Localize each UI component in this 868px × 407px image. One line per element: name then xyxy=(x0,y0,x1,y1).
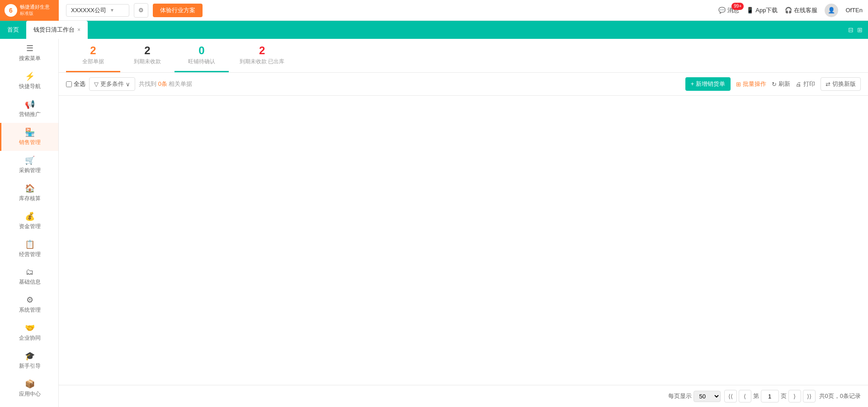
logo-text-group: 畅捷通好生意 标准版 xyxy=(20,4,50,16)
page-number-input[interactable] xyxy=(761,390,779,402)
batch-operation-button[interactable]: ⊞ 批量操作 xyxy=(736,80,766,88)
sidebar-item-base[interactable]: 🗂 基础信息 xyxy=(0,263,58,290)
industry-btn[interactable]: 体验行业方案 xyxy=(153,4,203,17)
sidebar-newguide-label: 新手引导 xyxy=(19,362,41,370)
sidebar-quicknav-label: 快捷导航 xyxy=(19,83,41,90)
print-button[interactable]: 🖨 打印 xyxy=(796,80,815,88)
tab-home-label: 首页 xyxy=(7,26,19,34)
company-selector[interactable]: XXXXXX公司 ▼ xyxy=(66,4,129,17)
message-icon: 💬 xyxy=(718,7,726,14)
sidebar-item-quicknav[interactable]: ⚡ 快捷导航 xyxy=(0,67,58,95)
found-text: 共找到 0条 相关单据 xyxy=(139,80,192,88)
logo-name: 畅捷通好生意 xyxy=(20,4,50,10)
sidebar-purchase-label: 采购管理 xyxy=(19,167,41,174)
sidebar-enterprise-label: 企业协同 xyxy=(19,334,41,342)
toolbar: 全选 ▽ 更多条件 ∨ 共找到 0条 相关单据 + 新增销货单 ⊞ 批量操作 xyxy=(59,73,868,96)
logo-sub: 标准版 xyxy=(20,10,50,17)
sidebar-item-system[interactable]: ⚙ 系统管理 xyxy=(0,290,58,318)
tab-qianhuo-label: 钱货日清工作台 xyxy=(33,26,75,34)
stats-tab-wangpu[interactable]: 0 旺铺待确认 xyxy=(175,39,229,72)
stats-wangpu-label: 旺铺待确认 xyxy=(188,58,215,65)
found-suffix: 相关单据 xyxy=(169,80,192,87)
avatar[interactable]: 👤 xyxy=(825,4,838,17)
toolbar-right: + 新增销货单 ⊞ 批量操作 ↻ 刷新 🖨 打印 ⇄ xyxy=(685,77,861,91)
tab-minimize-icon[interactable]: ⊟ xyxy=(848,26,854,33)
sidebar-item-marketing[interactable]: 📢 营销推广 xyxy=(0,95,58,123)
purchase-icon: 🛒 xyxy=(25,155,35,165)
message-badge: 99+ xyxy=(731,3,744,10)
page-suffix: 页 xyxy=(781,392,787,400)
content-area: 2 全部单据 2 到期未收款 0 旺铺待确认 2 到期未收款 已出库 xyxy=(59,39,868,407)
page-label: 第 xyxy=(753,392,759,400)
prev-page-button[interactable]: ⟨ xyxy=(739,390,751,402)
print-icon: 🖨 xyxy=(796,81,802,88)
sales-icon: 🏪 xyxy=(25,127,35,137)
refresh-icon: ↻ xyxy=(772,81,777,88)
sidebar-item-wechat[interactable]: 💬 企业微信 xyxy=(0,402,58,407)
new-sale-order-button[interactable]: + 新增销货单 xyxy=(685,77,731,91)
newguide-icon: 🎓 xyxy=(25,351,35,361)
first-page-button[interactable]: ⟨⟨ xyxy=(724,390,737,402)
sidebar-item-sales[interactable]: 🏪 销售管理 xyxy=(0,123,58,151)
tab-close-icon[interactable]: × xyxy=(77,27,80,33)
print-label: 打印 xyxy=(803,80,815,88)
sidebar-item-operations[interactable]: 📋 经营管理 xyxy=(0,235,58,263)
top-header: 6 畅捷通好生意 标准版 XXXXXX公司 ▼ ⚙ 体验行业方案 💬 消息 99… xyxy=(0,0,868,21)
tab-home[interactable]: 首页 xyxy=(0,21,26,39)
sidebar-item-enterprise[interactable]: 🤝 企业协同 xyxy=(0,318,58,346)
online-service-action[interactable]: 🎧 在线客服 xyxy=(785,6,817,14)
batch-label: 批量操作 xyxy=(743,80,766,88)
next-page-button[interactable]: ⟩ xyxy=(788,390,801,402)
company-name: XXXXXX公司 xyxy=(71,6,106,14)
select-all-input[interactable] xyxy=(66,81,72,87)
stats-tab-overdue-out[interactable]: 2 到期未收款 已出库 xyxy=(229,39,295,72)
sidebar-item-finance[interactable]: 💰 资金管理 xyxy=(0,207,58,235)
main-content: ☰ 搜索菜单 ⚡ 快捷导航 📢 营销推广 🏪 销售管理 🛒 采购管理 🏠 库存核… xyxy=(0,39,868,407)
stats-tab-overdue[interactable]: 2 到期未收款 xyxy=(120,39,175,72)
sidebar-inventory-label: 库存核算 xyxy=(19,195,41,202)
page-nav: ⟨⟨ ⟨ 第 页 ⟩ ⟩⟩ xyxy=(724,390,816,402)
sidebar-item-newguide[interactable]: 🎓 新手引导 xyxy=(0,346,58,374)
quicknav-icon: ⚡ xyxy=(25,71,35,81)
select-all-checkbox[interactable]: 全选 xyxy=(66,80,85,88)
base-icon: 🗂 xyxy=(26,267,34,277)
sidebar: ☰ 搜索菜单 ⚡ 快捷导航 📢 营销推广 🏪 销售管理 🛒 采购管理 🏠 库存核… xyxy=(0,39,59,407)
online-service-label: 在线客服 xyxy=(794,6,817,14)
app-download-action[interactable]: 📱 App下载 xyxy=(746,6,778,14)
marketing-icon: 📢 xyxy=(25,99,35,109)
sidebar-appcenter-label: 应用中心 xyxy=(19,390,41,398)
inventory-icon: 🏠 xyxy=(25,183,35,193)
pagination: 每页显示 50 100 200 ⟨⟨ ⟨ 第 页 ⟩ ⟩⟩ 共0页，0条 xyxy=(59,385,868,407)
refresh-button[interactable]: ↻ 刷新 xyxy=(772,80,790,88)
logo-icon: 6 xyxy=(5,4,17,17)
settings-button[interactable]: ⚙ xyxy=(134,3,148,18)
batch-icon: ⊞ xyxy=(736,81,741,88)
refresh-label: 刷新 xyxy=(778,80,790,88)
stats-tab-all[interactable]: 2 全部单据 xyxy=(66,39,120,72)
stats-wangpu-number: 0 xyxy=(198,44,204,57)
sidebar-item-inventory[interactable]: 🏠 库存核算 xyxy=(0,179,58,207)
system-icon: ⚙ xyxy=(26,295,33,305)
avatar-icon: 👤 xyxy=(828,7,835,14)
filter-icon: ▽ xyxy=(94,81,99,88)
tab-maximize-icon[interactable]: ⊞ xyxy=(857,26,863,33)
sidebar-finance-label: 资金管理 xyxy=(19,223,41,230)
page-total: 共0页，0条记录 xyxy=(819,392,861,400)
sidebar-item-appcenter[interactable]: 📦 应用中心 xyxy=(0,374,58,402)
enterprise-icon: 🤝 xyxy=(25,323,35,333)
last-page-button[interactable]: ⟩⟩ xyxy=(803,390,816,402)
stats-all-label: 全部单据 xyxy=(82,58,104,65)
switch-new-version-button[interactable]: ⇄ 切换新版 xyxy=(821,77,861,91)
tab-qianhuo[interactable]: 钱货日清工作台 × xyxy=(26,21,88,39)
stats-overdue-out-label: 到期未收款 已出库 xyxy=(240,58,284,65)
filter-arrow-icon: ∨ xyxy=(126,81,130,88)
message-action[interactable]: 💬 消息 99+ xyxy=(718,6,739,14)
sidebar-base-label: 基础信息 xyxy=(19,278,41,286)
operations-icon: 📋 xyxy=(25,239,35,249)
sidebar-item-search[interactable]: ☰ 搜索菜单 xyxy=(0,39,58,67)
download-icon: 📱 xyxy=(746,7,754,14)
sidebar-item-purchase[interactable]: 🛒 采购管理 xyxy=(0,151,58,179)
more-filter-button[interactable]: ▽ 更多条件 ∨ xyxy=(89,77,135,91)
stats-tabs: 2 全部单据 2 到期未收款 0 旺铺待确认 2 到期未收款 已出库 xyxy=(59,39,868,73)
per-page-dropdown[interactable]: 50 100 200 xyxy=(693,391,721,402)
